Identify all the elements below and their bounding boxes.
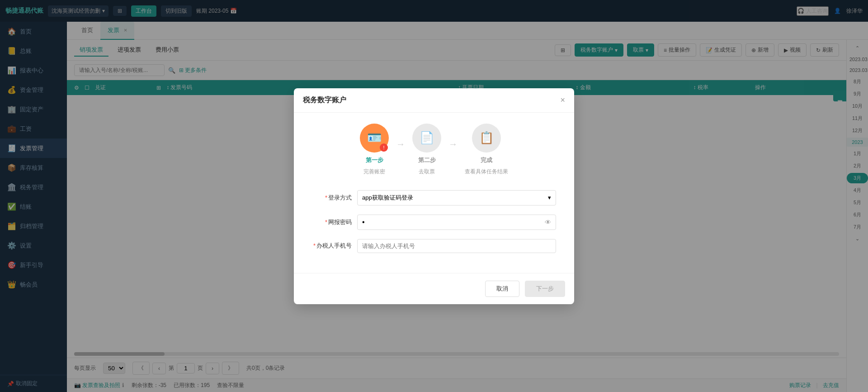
password-input-wrapper: 👁 [357,215,556,230]
step-2-icon: 📄 [412,124,441,153]
step-1-label: 第一步 [366,156,383,164]
next-button[interactable]: 下一步 [525,281,565,297]
step-arrow-1: → [396,139,405,160]
phone-input[interactable] [357,239,556,253]
eye-icon[interactable]: 👁 [545,219,551,226]
clipboard-icon: 📋 [479,131,494,145]
modal-overlay: 税务数字账户 × 🪪 ! 第一步 完善账密 → [0,0,868,392]
step-1: 🪪 ! 第一步 完善账密 [360,124,389,176]
form-row-login-method: 登录方式 app获取验证码登录 ▾ [312,190,556,206]
modal-title: 税务数字账户 [303,96,346,105]
step-3: 📋 完成 查看具体任务结果 [465,124,508,176]
modal-body: 🪪 ! 第一步 完善账密 → 📄 第二步 去取票 → [294,113,574,273]
password-input[interactable] [362,218,545,226]
step-1-desc: 完善账密 [363,168,385,176]
login-method-select[interactable]: app获取验证码登录 ▾ [357,190,556,206]
phone-label: 办税人手机号 [312,242,357,250]
step-2-label: 第二步 [418,156,436,164]
form-row-phone: 办税人手机号 [312,239,556,253]
modal-close-button[interactable]: × [560,96,565,105]
select-chevron-icon: ▾ [548,194,551,201]
form-row-password: 网报密码 👁 [312,215,556,230]
step-3-icon: 📋 [472,124,501,153]
step-1-badge: ! [380,143,388,152]
password-label: 网报密码 [312,218,357,226]
document-icon: 📄 [420,131,434,145]
step-2: 📄 第二步 去取票 [412,124,441,176]
modal-footer: 取消 下一步 [294,273,574,304]
step-3-label: 完成 [481,156,492,164]
user-card-icon: 🪪 [367,131,382,145]
tax-digital-modal: 税务数字账户 × 🪪 ! 第一步 完善账密 → [294,88,574,304]
step-1-icon: 🪪 ! [360,124,389,153]
cancel-button[interactable]: 取消 [485,281,519,297]
step-2-desc: 去取票 [419,168,435,176]
steps-container: 🪪 ! 第一步 完善账密 → 📄 第二步 去取票 → [312,124,556,176]
login-method-label: 登录方式 [312,194,357,202]
login-method-value: app获取验证码登录 [362,194,413,202]
modal-header: 税务数字账户 × [294,88,574,113]
step-3-desc: 查看具体任务结果 [465,168,508,176]
step-arrow-2: → [448,139,458,160]
